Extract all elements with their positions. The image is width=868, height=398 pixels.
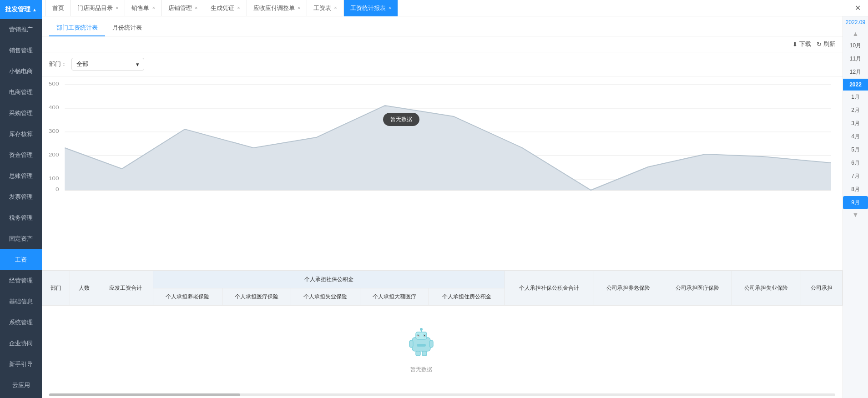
window-close-button[interactable]: ✕ <box>851 4 864 12</box>
horizontal-scrollbar[interactable] <box>49 393 835 396</box>
sidebar: 批发管理 ▲ 营销推广销售管理小畅电商电商管理采购管理库存核算资金管理总账管理发… <box>0 0 42 398</box>
empty-state-text: 暂无数据 <box>410 366 432 373</box>
tab-close-5[interactable]: × <box>298 5 300 10</box>
sidebar-item-电商管理[interactable]: 电商管理 <box>0 82 42 103</box>
sidebar-title: 批发管理 <box>5 5 30 14</box>
cal-down-button[interactable]: ▼ <box>850 209 861 220</box>
th-count: 人数 <box>70 271 98 306</box>
tab-1[interactable]: 门店商品目录× <box>71 0 125 16</box>
tab-label-3: 店铺管理 <box>168 4 192 12</box>
dept-select[interactable]: 全部 ▾ <box>71 58 144 71</box>
sidebar-bottom: ⚙ <box>0 396 42 398</box>
tab-close-7[interactable]: × <box>389 5 391 10</box>
sidebar-item-采购管理[interactable]: 采购管理 <box>0 103 42 124</box>
tab-close-3[interactable]: × <box>195 5 197 10</box>
cal-month-4月[interactable]: 4月 <box>843 130 868 143</box>
cal-month-12月[interactable]: 12月 <box>843 65 868 79</box>
th-personal-pension: 个人承担养老保险 <box>153 288 222 306</box>
sidebar-item-小畅电商[interactable]: 小畅电商 <box>0 61 42 82</box>
svg-rect-23 <box>429 340 433 348</box>
tab-2[interactable]: 销售单× <box>125 0 161 16</box>
th-company-more: 公司承担 <box>801 271 842 306</box>
cal-month-active[interactable]: 9月 <box>843 196 868 209</box>
tab-dept-salary[interactable]: 部门工资统计表 <box>49 20 105 36</box>
download-button[interactable]: ⬇ 下载 <box>792 40 811 48</box>
cal-month-7月[interactable]: 7月 <box>843 170 868 183</box>
th-personal-unemployment: 个人承担失业保险 <box>291 288 360 306</box>
sidebar-item-新手引导[interactable]: 新手引导 <box>0 354 42 375</box>
svg-rect-25 <box>422 351 427 356</box>
svg-point-16 <box>420 328 423 331</box>
cal-month-2月[interactable]: 2月 <box>843 104 868 117</box>
cal-up-button[interactable]: ▲ <box>850 28 861 39</box>
svg-text:300: 300 <box>49 128 59 134</box>
svg-text:100: 100 <box>49 176 59 181</box>
tab-month-stats[interactable]: 月份统计表 <box>105 20 149 36</box>
cal-month-5月[interactable]: 5月 <box>843 143 868 156</box>
th-personal-housing: 个人承担住房公积金 <box>429 288 505 306</box>
refresh-button[interactable]: ↻ 刷新 <box>817 40 835 48</box>
tab-5[interactable]: 应收应付调整单× <box>247 0 307 16</box>
sidebar-item-固定资产[interactable]: 固定资产 <box>0 228 42 249</box>
main-area: 首页门店商品目录×销售单×店铺管理×生成凭证×应收应付调整单×工资表×工资统计报… <box>42 0 868 398</box>
cal-month-6月[interactable]: 6月 <box>843 156 868 170</box>
sidebar-item-发票管理[interactable]: 发票管理 <box>0 186 42 207</box>
chart-svg: 500 400 300 200 100 0 <box>42 76 843 195</box>
sidebar-arrow-icon: ▲ <box>32 7 37 12</box>
sidebar-item-总账管理[interactable]: 总账管理 <box>0 166 42 186</box>
tab-close-2[interactable]: × <box>152 5 155 10</box>
tab-0[interactable]: 首页 <box>45 0 71 16</box>
scrollbar-thumb[interactable] <box>49 393 240 396</box>
svg-text:0: 0 <box>56 186 59 192</box>
cal-month-10月[interactable]: 10月 <box>843 39 868 52</box>
cal-month-1月[interactable]: 1月 <box>843 91 868 104</box>
tab-4[interactable]: 生成凭证× <box>204 0 247 16</box>
cal-month-11月[interactable]: 11月 <box>843 52 868 65</box>
tab-close-4[interactable]: × <box>237 5 240 10</box>
empty-robot-icon <box>403 324 439 360</box>
sidebar-item-资金管理[interactable]: 资金管理 <box>0 145 42 166</box>
tab-bar: 首页门店商品目录×销售单×店铺管理×生成凭证×应收应付调整单×工资表×工资统计报… <box>42 0 868 16</box>
svg-marker-12 <box>65 106 831 190</box>
sidebar-item-营销推广[interactable]: 营销推广 <box>0 19 42 40</box>
sidebar-item-系统管理[interactable]: 系统管理 <box>0 312 42 333</box>
cal-month-8月[interactable]: 8月 <box>843 183 868 196</box>
main-panel: 部门工资统计表 月份统计表 ⬇ 下载 ↻ 刷新 部门： 全部 ▾ <box>42 16 843 398</box>
svg-text:200: 200 <box>49 152 59 157</box>
settings-icon[interactable]: ⚙ <box>0 396 42 398</box>
sidebar-item-经营管理[interactable]: 经营管理 <box>0 270 42 291</box>
svg-point-20 <box>424 335 425 337</box>
chevron-down-icon: ▾ <box>136 61 139 68</box>
calendar-panel: 2022.09 ▲ 10月11月12月20221月2月3月4月5月6月7月8月9… <box>843 16 868 398</box>
th-total-salary: 应发工资合计 <box>98 271 153 306</box>
th-dept: 部门 <box>42 271 70 306</box>
sidebar-item-库存核算[interactable]: 库存核算 <box>0 124 42 145</box>
tab-6[interactable]: 工资表× <box>307 0 343 16</box>
tab-close-6[interactable]: × <box>334 5 337 10</box>
sidebar-item-工资[interactable]: 工资 <box>0 249 42 270</box>
tab-3[interactable]: 店铺管理× <box>162 0 204 16</box>
cal-year-2022[interactable]: 2022 <box>843 79 868 91</box>
cal-month-3月[interactable]: 3月 <box>843 117 868 130</box>
sidebar-item-销售管理[interactable]: 销售管理 <box>0 40 42 61</box>
chart-svg-wrap: 500 400 300 200 100 0 <box>42 76 843 195</box>
download-label: 下载 <box>799 40 811 48</box>
toolbar: ⬇ 下载 ↻ 刷新 <box>42 36 843 52</box>
th-personal-total: 个人承担社保公积金合计 <box>505 271 594 306</box>
dept-select-value: 全部 <box>76 60 88 68</box>
empty-row: 暂无数据 <box>42 306 843 392</box>
tab-label-6: 工资表 <box>313 4 331 12</box>
th-company-medical: 公司承担医疗保险 <box>663 271 732 306</box>
sidebar-item-税务管理[interactable]: 税务管理 <box>0 207 42 228</box>
sidebar-item-基础信息[interactable]: 基础信息 <box>0 291 42 312</box>
tab-close-1[interactable]: × <box>116 5 118 10</box>
tab-7[interactable]: 工资统计报表× <box>344 0 398 16</box>
sidebar-item-云应用[interactable]: 云应用 <box>0 375 42 396</box>
tab-label-4: 生成凭证 <box>211 4 234 12</box>
sidebar-header[interactable]: 批发管理 ▲ <box>0 0 42 19</box>
sidebar-item-企业协同[interactable]: 企业协同 <box>0 333 42 354</box>
sub-tabs: 部门工资统计表 月份统计表 <box>42 16 843 36</box>
svg-text:400: 400 <box>49 105 59 110</box>
cal-year-label[interactable]: 2022.09 <box>844 16 867 28</box>
tab-label-7: 工资统计报表 <box>350 4 386 12</box>
